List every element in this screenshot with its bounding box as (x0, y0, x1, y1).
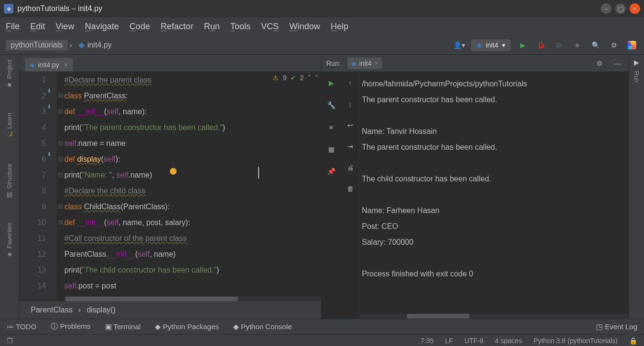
clear-icon[interactable]: 🗑 (344, 182, 357, 195)
tool-terminal[interactable]: ▣ Terminal (105, 322, 141, 331)
navigation-bar: pythonTutorials › init4.py 👤▾ init4 ▾ ▶ … (0, 36, 644, 55)
expand-arrow-icon[interactable]: ▶ (634, 59, 639, 66)
right-tool-strip: ▶ Run (629, 55, 644, 319)
settings-icon[interactable]: ⚙ (608, 39, 620, 51)
menu-help[interactable]: Help (331, 22, 348, 32)
status-bar: ❐ 7:35 LF UTF-8 4 spaces Python 3.8 (pyt… (0, 334, 644, 346)
toolbar-right: 👤▾ init4 ▾ ▶ 🐞 ⟳ ■ 🔍 ⚙ (453, 39, 638, 51)
override-icon[interactable]: ⬇ (47, 88, 51, 94)
left-tool-strip: ■ Project 🎓 Learn ▤ Structure ★ Favorite… (0, 55, 19, 319)
run-settings-icon[interactable]: ⚙ (593, 57, 606, 70)
console-hscroll[interactable] (360, 314, 629, 319)
ide-features-icon[interactable] (626, 39, 638, 51)
run-button[interactable]: ▶ (516, 39, 529, 51)
user-icon[interactable]: 👤▾ (453, 39, 465, 51)
status-cursor-position[interactable]: 7:35 (420, 337, 433, 345)
minimize-icon[interactable]: ‒ (601, 3, 611, 14)
tool-todo[interactable]: ≔ TODO (7, 322, 36, 331)
intention-bulb-icon[interactable] (170, 168, 177, 175)
tool-project[interactable]: ■ Project (6, 60, 13, 89)
scroll-end-icon[interactable]: ⇥ (344, 140, 357, 153)
menu-view[interactable]: View (56, 22, 74, 32)
tool-python-packages[interactable]: ◆ Python Packages (155, 322, 219, 331)
text-cursor (258, 167, 259, 179)
wrench-icon[interactable]: 🔧 (325, 99, 337, 111)
run-header-label: Run: (326, 60, 341, 67)
run-toolbar-left: ▶ 🔧 ■ ▦ 📌 (322, 72, 341, 319)
tool-structure[interactable]: ▤ Structure (6, 164, 13, 199)
minimize-tool-icon[interactable]: — (611, 57, 624, 70)
pin-icon[interactable]: 📌 (325, 165, 337, 178)
editor-tab-init4[interactable]: init4.py × (25, 58, 73, 72)
code-area[interactable]: #Declare the parent class class ParentCl… (64, 72, 321, 301)
run-body: ▶ 🔧 ■ ▦ 📌 ↑ ↓ ↩ ⇥ 🖨 🗑 /home/fahmida/Pych… (322, 72, 629, 319)
override-icon[interactable]: ⬇ (47, 104, 51, 110)
tool-favorites[interactable]: ★ Favorites (6, 223, 13, 258)
run-header: Run: init4 × ⚙ — (322, 55, 629, 72)
menu-run[interactable]: Run (204, 22, 220, 32)
window-controls: ‒ ▢ × (601, 3, 640, 14)
run-panel: Run: init4 × ⚙ — ▶ 🔧 ■ ▦ 📌 ↑ ↓ (322, 55, 629, 319)
python-file-icon (79, 40, 84, 49)
close-tab-icon[interactable]: × (62, 61, 68, 69)
editor-breadcrumb[interactable]: ParentClass › display() (19, 301, 321, 319)
soft-wrap-icon[interactable]: ↩ (344, 119, 357, 131)
status-lock-icon[interactable]: 🔒 (629, 337, 637, 345)
override-icon[interactable]: ⬇ (47, 151, 51, 157)
chevron-down-icon: ▾ (502, 41, 505, 49)
coverage-button[interactable]: ⟳ (553, 39, 565, 51)
editor-tabs: init4.py × (19, 55, 321, 72)
run-tab-init4[interactable]: init4 × (347, 58, 382, 69)
editor-hscroll[interactable] (64, 297, 321, 301)
stop-button[interactable]: ■ (325, 121, 337, 133)
breadcrumb-project[interactable]: pythonTutorials (6, 40, 68, 50)
status-line-separator[interactable]: LF (445, 337, 453, 345)
tool-problems[interactable]: ⓘ Problems (51, 322, 91, 331)
main-area: ■ Project 🎓 Learn ▤ Structure ★ Favorite… (0, 55, 644, 319)
status-windows-icon[interactable]: ❐ (7, 337, 13, 345)
up-arrow-icon[interactable]: ↑ (344, 77, 357, 89)
menu-navigate[interactable]: Navigate (85, 22, 119, 32)
menu-vcs[interactable]: VCS (261, 22, 279, 32)
code-editor[interactable]: ⚠9 ✔2 ˄ ˅ 1 2⬇ 3⬇ 4 5 6⬇ 7 8 9 10 11 (19, 72, 321, 301)
tool-run[interactable]: Run (633, 71, 640, 83)
layout-icon[interactable]: ▦ (325, 143, 337, 155)
breadcrumbs: pythonTutorials › init4.py (6, 39, 117, 50)
down-arrow-icon[interactable]: ↓ (344, 98, 357, 110)
menu-edit[interactable]: Edit (30, 22, 45, 32)
menu-file[interactable]: File (6, 22, 20, 32)
debug-button[interactable]: 🐞 (535, 39, 547, 51)
run-config-select[interactable]: init4 ▾ (471, 39, 511, 51)
fold-gutter[interactable]: ⊟⊟⊟⊟⊟⊟⊟ (57, 72, 64, 301)
print-icon[interactable]: 🖨 (344, 161, 357, 174)
tool-python-console[interactable]: ◆ Python Console (233, 322, 292, 331)
stop-button[interactable]: ■ (571, 39, 584, 51)
menu-refactor[interactable]: Refactor (161, 22, 193, 32)
status-indent[interactable]: 4 spaces (495, 337, 522, 345)
python-icon (477, 41, 482, 49)
tool-learn[interactable]: 🎓 Learn (6, 113, 13, 139)
menu-code[interactable]: Code (130, 22, 150, 32)
line-number-gutter[interactable]: 1 2⬇ 3⬇ 4 5 6⬇ 7 8 9 10 11 12 13 14 (19, 72, 57, 301)
status-interpreter[interactable]: Python 3.8 (pythonTutorials) (534, 337, 618, 345)
close-icon[interactable]: × (630, 3, 640, 14)
menu-tools[interactable]: Tools (230, 22, 250, 32)
maximize-icon[interactable]: ▢ (615, 3, 626, 14)
editor-panel: init4.py × ⚠9 ✔2 ˄ ˅ 1 2⬇ 3⬇ 4 5 6⬇ 7 8 (19, 55, 322, 319)
console-output[interactable]: /home/fahmida/PycharmProjects/pythonTuto… (360, 72, 629, 319)
tool-event-log[interactable]: ◳ Event Log (596, 322, 637, 331)
python-icon (351, 60, 357, 67)
status-encoding[interactable]: UTF-8 (465, 337, 484, 345)
close-tab-icon[interactable]: × (374, 60, 378, 67)
editor-run-split: init4.py × ⚠9 ✔2 ˄ ˅ 1 2⬇ 3⬇ 4 5 6⬇ 7 8 (19, 55, 629, 319)
bottom-tool-tabs: ≔ TODO ⓘ Problems ▣ Terminal ◆ Python Pa… (0, 319, 644, 334)
rerun-button[interactable]: ▶ (325, 77, 337, 89)
crumb-class[interactable]: ParentClass (31, 306, 72, 314)
menu-window[interactable]: Window (289, 22, 320, 32)
breadcrumb-file[interactable]: init4.py (74, 39, 117, 50)
breadcrumb-separator: › (78, 306, 81, 314)
search-icon[interactable]: 🔍 (589, 39, 602, 51)
crumb-method[interactable]: display() (86, 306, 115, 314)
app-icon: ◆ (4, 4, 13, 13)
breadcrumb-separator: › (70, 41, 72, 49)
